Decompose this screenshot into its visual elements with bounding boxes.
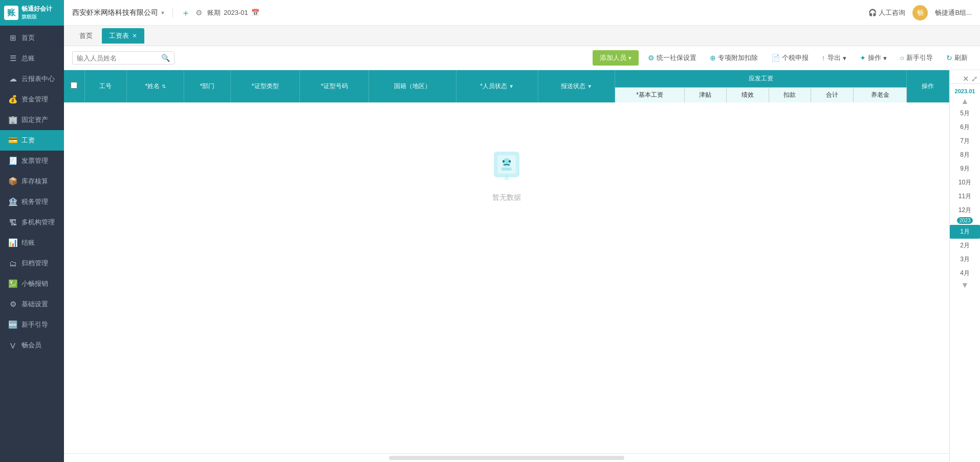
th-dept: *部门 [184,70,230,102]
month-9[interactable]: 9月 [950,162,980,176]
period-selector: 账期 2023-01 📅 [207,8,259,17]
month-nav-up[interactable]: ▲ [961,96,969,107]
month-11[interactable]: 11月 [950,190,980,203]
period-value: 2023-01 [224,9,248,16]
guide-icon: 🆕 [8,320,17,329]
operations-arrow-icon: ▾ [883,54,887,62]
social-security-icon: ⚙ [648,54,655,62]
company-settings-icon[interactable]: ⚙ [195,8,202,17]
filter-report-icon[interactable]: ▼ [587,83,592,89]
month-7[interactable]: 7月 [950,134,980,148]
add-company-button[interactable]: ＋ [181,7,190,19]
sidebar-item-cloud-report[interactable]: ☁ 云报表中心 [0,69,64,89]
avatar[interactable]: 畅 [912,5,928,20]
sidebar-item-settle[interactable]: 📊 结账 [0,233,64,253]
sidebar-item-label: 归档管理 [21,259,48,268]
select-all-checkbox[interactable] [71,82,77,89]
tabbar: 首页 工资表 ✕ [64,26,980,46]
search-wrap[interactable]: 🔍 [72,51,175,65]
th-status: *人员状态 ▼ [456,70,538,102]
th-performance: 绩效 [727,88,769,103]
toolbar: 🔍 添加人员 ▾ ⚙ 统一社保设置 ⊕ 专项附加扣除 📄 个税申报 ↑ 导出 ▾… [64,46,980,70]
sidebar-item-label: 畅会员 [21,341,41,350]
svg-point-5 [509,160,511,162]
refresh-button[interactable]: ↻ 刷新 [942,51,972,65]
month-nav-down[interactable]: ▼ [961,280,969,290]
sidebar-item-label: 库存核算 [21,177,48,186]
empty-state: 暂无数据 [64,103,949,243]
tab-home[interactable]: 首页 [72,28,100,44]
add-person-button[interactable]: 添加人员 ▾ [593,50,639,66]
month-1-active[interactable]: 1月 [950,225,980,239]
export-button[interactable]: ↑ 导出 ▾ [818,51,851,65]
month-4[interactable]: 4月 [950,266,980,280]
month-8[interactable]: 8月 [950,148,980,162]
special-deduction-button[interactable]: ⊕ 专项附加扣除 [706,51,762,65]
tab-salary-table[interactable]: 工资表 ✕ [102,28,144,44]
sidebar: 账 畅通好会计 旗舰版 ⊞ 首页 ☰ 总账 ☁ 云报表中心 💰 资金管理 🏢 固… [0,0,64,462]
special-deduction-label: 专项附加扣除 [718,53,758,62]
logo-icon: 账 [4,6,18,20]
search-icon: 🔍 [161,54,170,62]
calendar-icon[interactable]: 📅 [251,9,259,16]
sidebar-nav: ⊞ 首页 ☰ 总账 ☁ 云报表中心 💰 资金管理 🏢 固定资产 💳 工资 🧾 发… [0,26,64,462]
th-country: 国籍（地区） [369,70,456,102]
month-10[interactable]: 10月 [950,176,980,190]
sidebar-item-label: 云报表中心 [21,74,55,83]
tax-declare-icon: 📄 [771,54,780,62]
chevron-down-icon: ▾ [161,9,164,16]
sidebar-item-salary[interactable]: 💳 工资 [0,130,64,151]
sidebar-item-settings[interactable]: ⚙ 基础设置 [0,294,64,314]
cloud-icon: ☁ [8,74,17,83]
tab-close-icon[interactable]: ✕ [132,32,137,39]
archive-icon: 🗂 [8,259,17,268]
th-salary-group: 应发工资 [615,70,907,88]
month-12[interactable]: 12月 [950,203,980,217]
tax-declare-button[interactable]: 📄 个税申报 [767,51,813,65]
filter-status-icon[interactable]: ▼ [509,83,514,89]
sidebar-item-expense[interactable]: 💹 小畅报销 [0,274,64,294]
sort-name-icon[interactable]: ⇅ [162,83,166,89]
search-input[interactable] [77,54,158,62]
sidebar-item-label: 多机构管理 [21,218,55,227]
period-display: 2023.01 [955,86,975,96]
horizontal-scrollbar[interactable] [389,456,624,460]
th-id: 工号 [84,70,127,102]
expand-panel-icon[interactable]: ⤢ [971,74,978,83]
close-panel-icon[interactable]: ✕ [963,74,969,83]
username: 畅捷通B组... [935,8,972,17]
export-label: 导出 [827,53,841,62]
sidebar-logo: 账 畅通好会计 旗舰版 [0,0,64,26]
operations-button[interactable]: ✦ 操作 ▾ [856,51,891,65]
sidebar-item-inventory[interactable]: 📦 库存核算 [0,171,64,192]
sidebar-item-ledger[interactable]: ☰ 总账 [0,48,64,69]
th-actions: 操作 [907,70,949,102]
customer-service-button[interactable]: 🎧 人工咨询 [868,8,905,17]
sidebar-item-tax[interactable]: 🏦 税务管理 [0,192,64,212]
sidebar-item-multi-org[interactable]: 🏗 多机构管理 [0,212,64,233]
sidebar-item-guide[interactable]: 🆕 新手引导 [0,314,64,335]
month-5[interactable]: 5月 [950,107,980,120]
company-name: 西安虾米网络科技有限公司 [72,8,158,17]
tab-home-label: 首页 [79,31,93,40]
topbar: 西安虾米网络科技有限公司 ▾ ＋ ⚙ 账期 2023-01 📅 🎧 人工咨询 畅… [64,0,980,26]
special-deduction-icon: ⊕ [710,54,716,62]
sidebar-item-label: 固定资产 [21,115,48,124]
month-3[interactable]: 3月 [950,253,980,266]
invoice-icon: 🧾 [8,156,17,165]
social-security-button[interactable]: ⚙ 统一社保设置 [644,51,701,65]
sidebar-item-funds[interactable]: 💰 资金管理 [0,89,64,110]
month-6[interactable]: 6月 [950,120,980,134]
sidebar-item-member[interactable]: V 畅会员 [0,335,64,355]
sidebar-item-invoice[interactable]: 🧾 发票管理 [0,151,64,171]
sidebar-item-archive[interactable]: 🗂 归档管理 [0,253,64,274]
app-name: 畅通好会计 [21,5,52,13]
month-2[interactable]: 2月 [950,239,980,253]
sidebar-item-home[interactable]: ⊞ 首页 [0,28,64,48]
guide-button[interactable]: ○ 新手引导 [896,51,937,65]
sidebar-item-label: 小畅报销 [21,279,48,288]
tax-icon: 🏦 [8,197,17,206]
funds-icon: 💰 [8,95,17,104]
company-selector[interactable]: 西安虾米网络科技有限公司 ▾ [72,8,164,17]
sidebar-item-fixed-assets[interactable]: 🏢 固定资产 [0,110,64,130]
